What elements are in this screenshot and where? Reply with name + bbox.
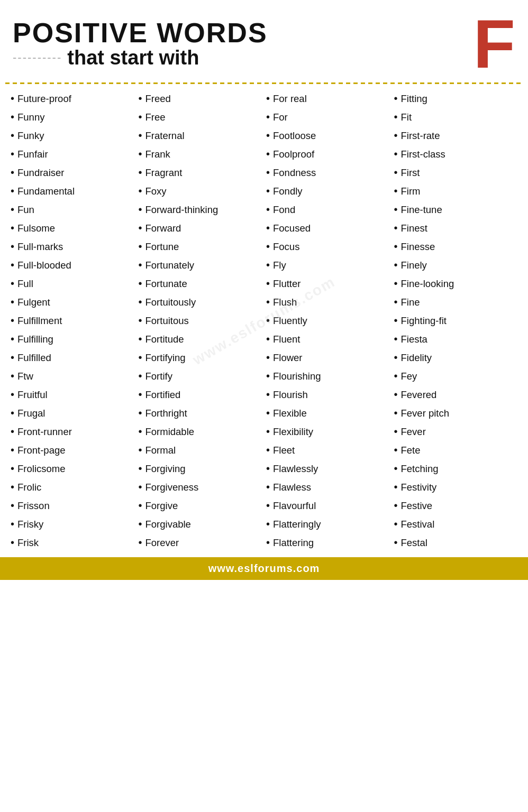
word-text: Freed — [145, 93, 171, 106]
word-text: Fruitful — [17, 389, 48, 402]
bullet-icon: • — [394, 128, 398, 143]
bullet-icon: • — [11, 443, 14, 457]
word-text: Future-proof — [17, 93, 71, 106]
bullet-icon: • — [11, 276, 14, 291]
list-item: •Fortunately — [139, 256, 262, 274]
word-text: Forgiving — [145, 463, 186, 476]
word-text: Frank — [145, 148, 170, 161]
bullet-icon: • — [11, 517, 14, 531]
list-item: •Future-proof — [11, 89, 134, 108]
list-item: •Fortify — [139, 367, 262, 385]
bullet-icon: • — [394, 536, 398, 550]
word-text: Festival — [401, 518, 435, 531]
list-item: •Full-marks — [11, 237, 134, 256]
list-item: •Frugal — [11, 404, 134, 422]
bullet-icon: • — [394, 184, 398, 198]
list-item: •Fey — [394, 367, 518, 385]
list-item: •For real — [266, 89, 390, 108]
word-text: Fondly — [273, 185, 303, 198]
bullet-icon: • — [139, 387, 142, 402]
list-item: •Frolicsome — [11, 459, 134, 478]
word-text: Formal — [145, 444, 176, 457]
word-text: Fulsome — [17, 222, 55, 235]
word-text: Fondness — [273, 167, 316, 180]
list-item: •Front-runner — [11, 422, 134, 441]
word-text: Fortified — [145, 389, 181, 402]
list-item: •Fighting-fit — [394, 311, 518, 330]
bullet-icon: • — [11, 350, 14, 365]
bullet-icon: • — [11, 110, 14, 124]
list-item: •Fortified — [139, 385, 262, 404]
bullet-icon: • — [139, 165, 142, 180]
bullet-icon: • — [266, 147, 270, 161]
bullet-icon: • — [394, 387, 398, 402]
list-item: •Festive — [394, 496, 518, 515]
word-text: Fulfilled — [17, 352, 51, 365]
bullet-icon: • — [11, 184, 14, 198]
word-text: For — [273, 111, 288, 124]
bullet-icon: • — [139, 258, 142, 272]
word-text: Flattering — [273, 537, 314, 550]
bullet-icon: • — [139, 462, 142, 476]
word-text: Fine — [401, 296, 420, 309]
bullet-icon: • — [394, 239, 398, 254]
list-item: •Fortitude — [139, 330, 262, 348]
bullet-icon: • — [11, 462, 14, 476]
bullet-icon: • — [139, 147, 142, 161]
bullet-icon: • — [139, 239, 142, 254]
bullet-icon: • — [266, 91, 270, 106]
list-item: •Finest — [394, 219, 518, 237]
list-item: •Formal — [139, 441, 262, 459]
list-item: •Foolproof — [266, 145, 390, 163]
list-item: •Flawlessly — [266, 459, 390, 478]
bullet-icon: • — [139, 313, 142, 328]
list-item: •Fulfilling — [11, 330, 134, 348]
word-text: Fete — [401, 444, 421, 457]
list-item: •For — [266, 108, 390, 126]
list-item: •Fiesta — [394, 330, 518, 348]
word-text: Fetching — [401, 463, 439, 476]
word-text: Flawless — [273, 481, 311, 494]
list-item: •Free — [139, 108, 262, 126]
word-text: Full-blooded — [17, 259, 71, 272]
word-text: Ftw — [17, 370, 33, 383]
bullet-icon: • — [266, 184, 270, 198]
word-text: Fulgent — [17, 296, 50, 309]
word-text: Foxy — [145, 185, 167, 198]
word-text: Focus — [273, 241, 299, 254]
bullet-icon: • — [11, 332, 14, 346]
word-text: Flatteringly — [273, 518, 321, 531]
word-text: Funny — [17, 111, 44, 124]
list-item: •Flourishing — [266, 367, 390, 385]
bullet-icon: • — [11, 369, 14, 383]
list-item: •Fevered — [394, 385, 518, 404]
list-item: •Finely — [394, 256, 518, 274]
bullet-icon: • — [394, 462, 398, 476]
list-item: •Festal — [394, 533, 518, 552]
bullet-icon: • — [394, 499, 398, 513]
word-text: Fundamental — [17, 185, 75, 198]
list-item: •Fondness — [266, 163, 390, 182]
word-text: Frisk — [17, 537, 39, 550]
word-text: Fortitude — [145, 333, 184, 346]
bullet-icon: • — [139, 425, 142, 439]
bullet-icon: • — [266, 276, 270, 291]
bullet-icon: • — [394, 91, 398, 106]
bullet-icon: • — [139, 202, 142, 217]
bullet-icon: • — [139, 517, 142, 531]
bullet-icon: • — [266, 425, 270, 439]
word-text: Footloose — [273, 130, 316, 143]
list-item: •Flattering — [266, 533, 390, 552]
word-text: For real — [273, 93, 307, 106]
word-text: Festal — [401, 537, 427, 550]
bullet-icon: • — [266, 387, 270, 402]
list-item: •Fine — [394, 293, 518, 311]
list-item: •Footloose — [266, 126, 390, 145]
bullet-icon: • — [394, 147, 398, 161]
title-that: ---------- that start with — [13, 47, 268, 69]
list-item: •Fragrant — [139, 163, 262, 182]
list-item: •First-rate — [394, 126, 518, 145]
list-item: •Fortunate — [139, 274, 262, 293]
column-4: •Fitting•Fit•First-rate•First-class•Firs… — [392, 89, 520, 552]
list-item: •Flavourful — [266, 496, 390, 515]
